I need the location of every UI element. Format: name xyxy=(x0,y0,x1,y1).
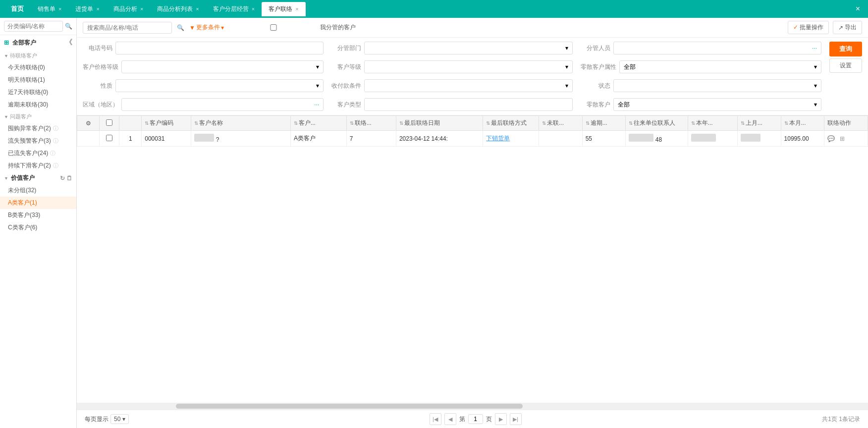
edit-icon[interactable]: 🗒 xyxy=(66,175,72,182)
nav-product-analysis-list[interactable]: 商品分析列表 × xyxy=(150,2,206,16)
nav-purchase[interactable]: 进货单 × xyxy=(68,2,106,16)
select-nature[interactable]: ▾ xyxy=(115,79,324,92)
close-purchase-tab[interactable]: × xyxy=(96,6,99,12)
batch-op-button[interactable]: ✓ 批量操作 xyxy=(788,21,829,34)
settings-button[interactable]: 设置 xyxy=(829,58,862,73)
sidebar-item-abnormal[interactable]: 囤购异常客户(2) ⓘ xyxy=(0,122,76,135)
sidebar-item-class-b[interactable]: B类客户(33) xyxy=(0,209,76,221)
sidebar-item-lost[interactable]: 已流失客户(24) ⓘ xyxy=(0,147,76,160)
input-customer-type[interactable] xyxy=(364,98,572,111)
sort-icon-name[interactable]: ⇅ xyxy=(194,120,198,126)
close-product-analysis-tab[interactable]: × xyxy=(140,6,143,12)
sidebar-item-unclassified[interactable]: 未分组(32) xyxy=(0,184,76,197)
th-action: 联络动作 xyxy=(824,116,868,131)
sidebar-item-class-c[interactable]: C类客户(6) xyxy=(0,221,76,234)
select-region[interactable]: ··· xyxy=(121,98,324,111)
select-retail-customer[interactable]: 全部 ▾ xyxy=(613,98,821,111)
sidebar-all-customers[interactable]: ⊞ 全部客户 《 xyxy=(0,35,76,50)
search-input[interactable] xyxy=(83,22,172,34)
chevron-down-icon-3: ▾ xyxy=(565,63,568,70)
close-customer-segment-tab[interactable]: × xyxy=(252,6,255,12)
sort-icon-lastdate[interactable]: ⇅ xyxy=(399,120,403,126)
select-department[interactable]: ▾ xyxy=(364,42,572,54)
nav-home[interactable]: 首页 xyxy=(4,1,31,16)
close-all-button[interactable]: × xyxy=(852,4,864,13)
filter-customer-type: 客户类型 xyxy=(331,98,572,111)
sort-icon-thismonth[interactable]: ⇅ xyxy=(784,120,788,126)
close-customer-contact-tab[interactable]: × xyxy=(295,6,298,12)
th-num xyxy=(119,116,142,131)
th-settings[interactable]: ⚙ xyxy=(77,116,100,131)
sidebar-item-declining[interactable]: 持续下滑客户(2) ⓘ xyxy=(0,160,76,172)
sort-icon-lastmonth[interactable]: ⇅ xyxy=(741,120,745,126)
label-department: 分管部门 xyxy=(331,44,361,53)
nav-sales[interactable]: 销售单 × xyxy=(31,2,68,16)
select-price-level[interactable]: ▾ xyxy=(121,60,324,73)
sidebar-item-today[interactable]: 今天待联络(0) xyxy=(0,61,76,74)
th-visits: ⇅往来单位联系人 xyxy=(626,116,688,131)
th-lastmonth: ⇅上月... xyxy=(737,116,781,131)
main-layout: 🔍 ⊞ 全部客户 《 待联络客户 今天待联络(0) 明天待联络(1) 近7天待联… xyxy=(0,18,868,428)
filter-row-2: 客户价格等级 ▾ 客户等级 ▾ xyxy=(83,60,821,73)
per-page-select[interactable]: 50 ▾ xyxy=(110,414,129,424)
sidebar-search-icon[interactable]: 🔍 xyxy=(65,23,72,30)
refresh-icon[interactable]: ↻ xyxy=(60,175,65,182)
filter-icon: ▼ xyxy=(189,24,195,31)
filter-retail-customer: 零散客户 全部 ▾ xyxy=(581,98,821,111)
select-retail-attr[interactable]: 全部 ▾ xyxy=(619,60,821,73)
action-icon-2[interactable]: ⊞ xyxy=(840,135,845,142)
filter-search-icon[interactable]: 🔍 xyxy=(177,24,184,31)
nav-customer-contact[interactable]: 客户联络 × xyxy=(262,2,305,16)
prev-page-button[interactable]: ◀ xyxy=(444,413,456,425)
horizontal-scrollbar[interactable] xyxy=(77,403,868,410)
sort-icon-visits[interactable]: ⇅ xyxy=(629,120,633,126)
lastway-link[interactable]: 下销货单 xyxy=(486,135,510,142)
sort-icon-lastway[interactable]: ⇅ xyxy=(486,120,490,126)
select-manager[interactable]: ··· xyxy=(613,42,821,54)
label-retail-attr: 零散客户属性 xyxy=(581,63,616,71)
sort-icon-code[interactable]: ⇅ xyxy=(145,120,149,126)
td-contact: 7 xyxy=(346,131,396,147)
year-redacted xyxy=(691,134,716,142)
more-icon[interactable]: ··· xyxy=(812,45,817,52)
last-page-button[interactable]: ▶| xyxy=(510,413,522,425)
query-button[interactable]: 查询 xyxy=(829,42,862,56)
select-status[interactable]: ▾ xyxy=(613,79,821,92)
input-phone[interactable] xyxy=(115,42,324,54)
close-product-analysis-list-tab[interactable]: × xyxy=(196,6,199,12)
sort-icon-contact[interactable]: ⇅ xyxy=(350,120,354,126)
sidebar-item-class-a[interactable]: A类客户(1) xyxy=(0,197,76,209)
more-conditions-button[interactable]: ▼ 更多条件 ▾ xyxy=(189,23,224,32)
sidebar-item-overdue[interactable]: 逾期未联络(30) xyxy=(0,99,76,111)
action-icon-1[interactable]: 💬 xyxy=(827,135,835,142)
sidebar-item-churn-warning[interactable]: 流失预警客户(3) ⓘ xyxy=(0,135,76,147)
td-lastdate: 2023-04-12 14:44: xyxy=(396,131,483,147)
sort-icon-overdue[interactable]: ⇅ xyxy=(586,120,590,126)
sidebar-item-7days[interactable]: 近7天待联络(0) xyxy=(0,86,76,99)
more-icon-2[interactable]: ··· xyxy=(314,101,319,108)
select-all-checkbox[interactable] xyxy=(106,119,112,126)
lastmonth-redacted xyxy=(741,134,760,142)
sort-icon-year[interactable]: ⇅ xyxy=(691,120,695,126)
page-number-input[interactable] xyxy=(468,414,483,424)
sort-icon-type[interactable]: ⇅ xyxy=(294,120,298,126)
my-customers-checkbox[interactable] xyxy=(229,24,318,31)
first-page-button[interactable]: |◀ xyxy=(430,413,441,425)
export-button[interactable]: ↗ 导出 xyxy=(833,21,862,34)
td-code: 000031 xyxy=(142,131,191,147)
nav-customer-segment[interactable]: 客户分层经营 × xyxy=(206,2,262,16)
sidebar-item-tomorrow[interactable]: 明天待联络(1) xyxy=(0,74,76,86)
sidebar-collapse-icon[interactable]: 《 xyxy=(65,38,72,47)
filter-status: 状态 ▾ xyxy=(581,79,821,92)
scrollbar-thumb[interactable] xyxy=(176,404,523,409)
close-sales-tab[interactable]: × xyxy=(58,6,61,12)
sidebar-search-input[interactable] xyxy=(4,21,63,32)
next-page-button[interactable]: ▶ xyxy=(495,413,507,425)
select-customer-level[interactable]: ▾ xyxy=(364,60,572,73)
select-payment[interactable]: ▾ xyxy=(364,79,572,92)
th-code: ⇅客户编码 xyxy=(142,116,191,131)
sort-icon-uncontact[interactable]: ⇅ xyxy=(542,120,546,126)
nav-product-analysis[interactable]: 商品分析 × xyxy=(107,2,150,16)
row-checkbox[interactable] xyxy=(106,135,112,141)
filter-phone: 电话号码 xyxy=(83,42,324,54)
